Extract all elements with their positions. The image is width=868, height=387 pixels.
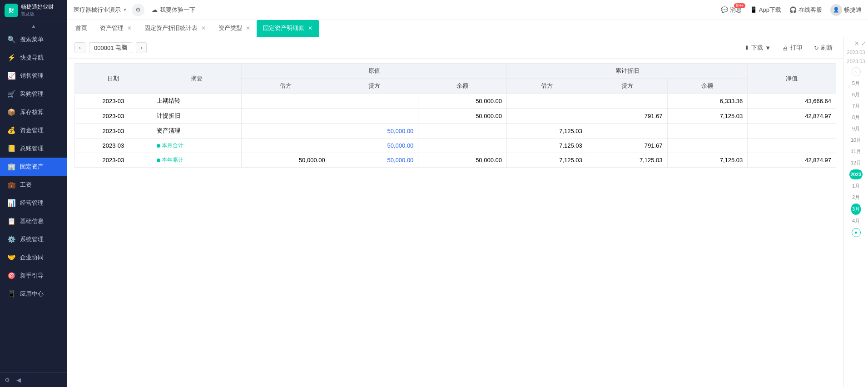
experience-icon: ☁: [152, 6, 158, 13]
sidebar-icon-salary: 💼: [7, 181, 15, 189]
timeline-expand[interactable]: ›: [852, 67, 861, 76]
prev-asset-btn[interactable]: ‹: [74, 42, 85, 53]
sidebar-item-general[interactable]: 📒 总账管理: [0, 139, 67, 158]
tab-asset-mgmt[interactable]: 资产管理 ✕: [94, 20, 138, 37]
tab-asset-type-close[interactable]: ✕: [246, 25, 250, 31]
content-area: ‹ 000001 电脑 › ⬇ 下载 ▼ 🖨 打印: [67, 37, 868, 387]
timeline-month-9[interactable]: 9月: [844, 123, 868, 134]
cell-summary: 上期结转: [152, 94, 241, 109]
timeline-header-1: 2023.03: [844, 48, 868, 57]
support-btn[interactable]: 🎧 在线客服: [789, 6, 822, 14]
sidebar-icon-general: 📒: [7, 144, 15, 153]
tab-home-label: 首页: [75, 24, 87, 32]
collapse-footer-btn[interactable]: ◀: [16, 377, 21, 383]
experience-label: 我要体验一下: [160, 6, 195, 14]
sidebar-item-collab[interactable]: 🤝 企业协同: [0, 248, 67, 267]
msg-badge: 99+: [734, 3, 745, 8]
timeline-month-7[interactable]: 7月: [844, 100, 868, 112]
tab-asset-type[interactable]: 资产类型 ✕: [212, 20, 257, 37]
sidebar-item-operation[interactable]: 📊 经营管理: [0, 194, 67, 212]
sidebar-item-quicknav[interactable]: ⚡ 快捷导航: [0, 49, 67, 67]
refresh-label: 刷新: [821, 44, 833, 52]
tabbar: 首页 资产管理 ✕ 固定资产折旧统计表 ✕ 资产类型 ✕ 固定资产明细账 ✕: [67, 20, 868, 37]
timeline-month-4[interactable]: 4月: [844, 215, 868, 227]
experience-btn[interactable]: ☁ 我要体验一下: [152, 6, 195, 14]
sidebar-item-inventory[interactable]: 📦 库存核算: [0, 103, 67, 121]
next-asset-btn[interactable]: ›: [136, 42, 147, 53]
cell-dep-debit: [506, 109, 587, 124]
timeline-month-1[interactable]: 1月: [844, 180, 868, 192]
app-download-btn[interactable]: 📱 App下载: [750, 6, 781, 14]
th-orig-balance: 余额: [418, 79, 507, 94]
sidebar-item-appstore[interactable]: 📱 应用中心: [0, 285, 67, 303]
panel-expand-btn[interactable]: ⤢: [861, 40, 866, 47]
sidebar-label-general: 总账管理: [20, 144, 44, 153]
sidebar-item-basicinfo[interactable]: 📋 基础信息: [0, 212, 67, 230]
avatar: 👤: [830, 4, 842, 16]
sidebar-item-fund[interactable]: 💰 资金管理: [0, 121, 67, 139]
tab-asset-detail-close[interactable]: ✕: [308, 25, 312, 31]
sidebar-label-basicinfo: 基础信息: [20, 217, 44, 225]
user-btn[interactable]: 👤 畅捷通: [830, 4, 862, 16]
tab-asset-mgmt-close[interactable]: ✕: [127, 25, 132, 31]
sidebar-icon-fixed: 🏢: [7, 163, 15, 171]
tab-asset-detail[interactable]: 固定资产明细账 ✕: [257, 20, 319, 37]
sidebar-label-inventory: 库存核算: [20, 108, 44, 116]
th-net-value: 净值: [748, 64, 836, 94]
timeline-month-11[interactable]: 11月: [844, 146, 868, 157]
timeline-year-2023[interactable]: 2023: [849, 169, 862, 179]
timeline-month-10[interactable]: 10月: [844, 134, 868, 146]
msg-btn[interactable]: 💬 消息 99+: [721, 6, 742, 14]
sidebar-item-purchase[interactable]: 🛒 采购管理: [0, 85, 67, 103]
sidebar-item-salary[interactable]: 💼 工资: [0, 176, 67, 194]
asset-code: 000001: [94, 45, 114, 51]
cell-dep-credit: 791.67: [587, 139, 667, 153]
timeline-month-8[interactable]: 8月: [844, 112, 868, 123]
sidebar-icon-inventory: 📦: [7, 108, 15, 116]
th-depreciation-group: 累计折旧: [506, 64, 747, 79]
timeline-expand-bottom[interactable]: ▼: [852, 228, 861, 237]
sidebar-item-system[interactable]: ⚙️ 系统管理: [0, 230, 67, 248]
page-nav: ‹ 000001 电脑 ›: [74, 42, 147, 53]
topbar-settings-btn[interactable]: ⚙: [132, 4, 144, 16]
page-content: ‹ 000001 电脑 › ⬇ 下载 ▼ 🖨 打印: [67, 37, 843, 387]
sidebar-label-collab: 企业协同: [20, 253, 44, 262]
timeline-month-5[interactable]: 5月: [844, 78, 868, 89]
tab-depreciation-close[interactable]: ✕: [201, 25, 206, 31]
settings-footer-btn[interactable]: ⚙: [5, 377, 10, 383]
refresh-btn[interactable]: ↻ 刷新: [810, 42, 836, 54]
sidebar-item-guide[interactable]: 🎯 新手引导: [0, 267, 67, 285]
timeline-month-3-active[interactable]: 3月: [851, 203, 861, 215]
sidebar-icon-operation: 📊: [7, 199, 15, 207]
cell-date: 2023-03: [75, 109, 152, 124]
sidebar-item-search[interactable]: 🔍 搜索菜单: [0, 30, 67, 49]
company-dropdown-arrow: ▼: [123, 7, 127, 12]
sidebar-scroll-up[interactable]: ▲: [0, 21, 67, 30]
timeline-month-12[interactable]: 12月: [844, 157, 868, 169]
sidebar-label-operation: 经营管理: [20, 199, 44, 207]
th-dep-credit: 贷方: [587, 79, 667, 94]
th-dep-balance: 余额: [667, 79, 748, 94]
tab-home[interactable]: 首页: [69, 20, 94, 37]
sidebar-item-fixed[interactable]: 🏢 固定资产: [0, 158, 67, 176]
timeline-month-6[interactable]: 6月: [844, 89, 868, 100]
sidebar-item-sales[interactable]: 📈 销售管理: [0, 67, 67, 85]
sidebar-icon-sales: 📈: [7, 72, 15, 80]
timeline-month-2[interactable]: 2月: [844, 192, 868, 203]
logo-name: 畅捷通好业财: [21, 4, 54, 11]
company-selector[interactable]: 医疗器械行业演示 ▼: [74, 6, 127, 14]
download-btn[interactable]: ⬇ 下载 ▼: [741, 42, 774, 54]
tab-asset-detail-label: 固定资产明细账: [263, 24, 304, 32]
sidebar-label-salary: 工资: [20, 181, 32, 189]
table-row: 2023-03 本月合计 50,000.00 7,125.03 791.67: [75, 139, 836, 153]
print-btn[interactable]: 🖨 打印: [779, 42, 806, 54]
cell-date: 2023-03: [75, 94, 152, 109]
cell-dep-debit: 7,125.03: [506, 124, 587, 139]
cell-orig-debit: 50,000.00: [242, 153, 330, 168]
sidebar-label-quicknav: 快捷导航: [20, 54, 44, 62]
cell-dep-credit: 791.67: [587, 109, 667, 124]
panel-close-btn[interactable]: ✕: [854, 40, 859, 47]
cell-orig-credit: [330, 94, 418, 109]
user-name: 畅捷通: [844, 6, 862, 14]
tab-depreciation[interactable]: 固定资产折旧统计表 ✕: [138, 20, 212, 37]
